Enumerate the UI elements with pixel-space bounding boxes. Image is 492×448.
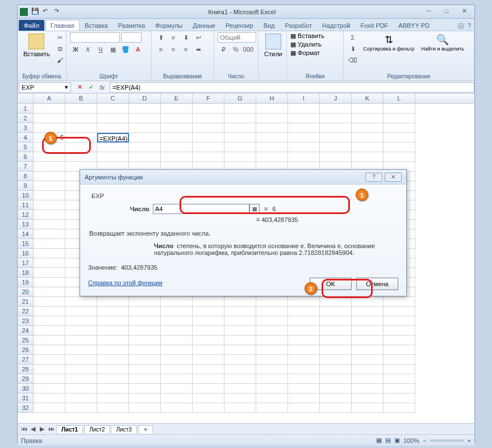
row-header[interactable]: 16	[18, 249, 34, 258]
cell[interactable]	[320, 123, 352, 133]
cell[interactable]	[65, 384, 97, 393]
cell[interactable]	[320, 133, 352, 143]
cell[interactable]	[320, 297, 352, 307]
cell[interactable]	[288, 326, 320, 336]
cell[interactable]	[193, 316, 224, 326]
col-header[interactable]: K	[352, 94, 383, 103]
cell[interactable]	[383, 143, 415, 152]
cell[interactable]	[34, 162, 65, 171]
undo-icon[interactable]: ↶	[43, 7, 52, 16]
tab-review[interactable]: Рецензир	[220, 20, 258, 31]
cell[interactable]	[383, 104, 415, 114]
cell[interactable]	[161, 123, 193, 133]
row-header[interactable]: 22	[18, 307, 34, 316]
cell[interactable]	[256, 393, 288, 403]
row-header[interactable]: 18	[18, 268, 34, 278]
view-normal-icon[interactable]: ▦	[376, 437, 382, 444]
fill-icon[interactable]: ⬇	[347, 44, 358, 54]
cell[interactable]	[383, 384, 415, 393]
font-color-icon[interactable]: A	[132, 44, 144, 55]
cell[interactable]	[352, 133, 383, 143]
cell[interactable]	[129, 403, 161, 413]
underline-icon[interactable]: Ч	[95, 44, 106, 55]
cell[interactable]	[34, 316, 65, 326]
cell[interactable]	[352, 345, 383, 355]
row-header[interactable]: 27	[18, 355, 34, 365]
cell[interactable]	[97, 336, 129, 345]
cell[interactable]	[65, 143, 97, 152]
cell[interactable]	[224, 336, 256, 345]
cell[interactable]	[97, 365, 129, 374]
cell[interactable]	[288, 384, 320, 393]
cell[interactable]	[193, 326, 224, 336]
cell[interactable]	[97, 104, 129, 114]
cell[interactable]	[129, 345, 161, 355]
row-header[interactable]: 2	[18, 114, 34, 123]
find-button[interactable]: 🔍 Найти и выделить	[419, 32, 466, 53]
cell[interactable]	[34, 152, 65, 162]
cell[interactable]	[129, 384, 161, 393]
cell[interactable]	[34, 181, 65, 191]
cell[interactable]	[256, 336, 288, 345]
styles-button[interactable]: Стили	[262, 32, 285, 58]
cell[interactable]	[352, 326, 383, 336]
tab-layout[interactable]: Разметка	[113, 20, 151, 31]
col-header[interactable]: E	[161, 94, 193, 103]
row-header[interactable]: 15	[18, 239, 34, 249]
tab-foxit[interactable]: Foxit PDF	[355, 20, 393, 31]
clear-icon[interactable]: ⌫	[347, 55, 358, 65]
view-break-icon[interactable]: ▣	[394, 437, 400, 444]
cell[interactable]	[34, 307, 65, 316]
cell[interactable]	[383, 374, 415, 384]
cell[interactable]	[97, 114, 129, 123]
cell[interactable]	[97, 374, 129, 384]
dialog-titlebar[interactable]: Аргументы функции ? ✕	[80, 170, 406, 185]
cancel-formula-icon[interactable]: ✕	[74, 82, 85, 93]
range-picker-icon[interactable]: ▦	[249, 204, 260, 214]
italic-icon[interactable]: К	[82, 44, 94, 55]
zoom-out-icon[interactable]: −	[423, 437, 426, 444]
cell[interactable]	[352, 384, 383, 393]
cell[interactable]	[65, 316, 97, 326]
cell[interactable]	[288, 104, 320, 114]
zoom-level[interactable]: 100%	[403, 437, 419, 444]
cell[interactable]	[320, 152, 352, 162]
minimize-button[interactable]: ─	[421, 7, 437, 16]
cell[interactable]	[320, 143, 352, 152]
dialog-help-button[interactable]: ?	[365, 173, 382, 182]
cell[interactable]	[129, 114, 161, 123]
cells-insert[interactable]: ▦ Вставить	[290, 32, 324, 40]
cell[interactable]	[34, 287, 65, 297]
comma-icon[interactable]: 000	[243, 44, 254, 55]
align-bot-icon[interactable]: ⬇	[180, 32, 191, 43]
cell[interactable]	[161, 143, 193, 152]
cell[interactable]	[193, 365, 224, 374]
cell[interactable]	[224, 355, 256, 365]
cell[interactable]	[193, 143, 224, 152]
cell[interactable]	[224, 345, 256, 355]
cell[interactable]	[352, 393, 383, 403]
cell[interactable]	[224, 297, 256, 307]
cell[interactable]	[193, 393, 224, 403]
cell[interactable]	[383, 307, 415, 316]
cell[interactable]	[288, 307, 320, 316]
cell[interactable]	[34, 384, 65, 393]
cell[interactable]	[288, 152, 320, 162]
cell[interactable]	[161, 316, 193, 326]
merge-icon[interactable]: ⬌	[193, 44, 204, 55]
cell[interactable]	[256, 307, 288, 316]
cell[interactable]	[161, 133, 193, 143]
cell[interactable]	[161, 307, 193, 316]
cell[interactable]	[129, 307, 161, 316]
cells-format[interactable]: ▦ Формат	[290, 49, 320, 57]
tab-file[interactable]: Файл	[19, 20, 44, 31]
cell[interactable]	[65, 152, 97, 162]
zoom-in-icon[interactable]: +	[468, 437, 471, 444]
cell[interactable]	[288, 345, 320, 355]
cell[interactable]	[224, 114, 256, 123]
cell[interactable]	[34, 191, 65, 200]
row-header[interactable]: 13	[18, 220, 34, 229]
next-sheet-icon[interactable]: ▶	[38, 425, 46, 433]
cell[interactable]	[161, 384, 193, 393]
wrap-icon[interactable]: ↩	[193, 32, 204, 43]
